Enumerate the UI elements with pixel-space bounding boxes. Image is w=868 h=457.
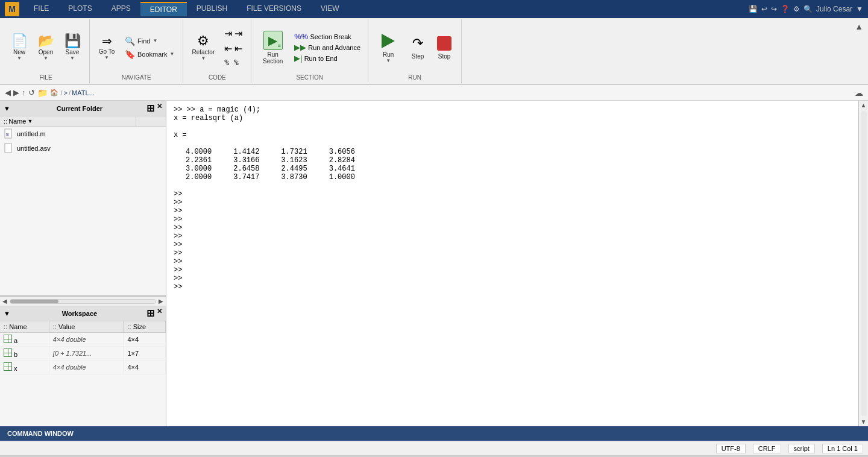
ws-col-name-header[interactable]: :: Name xyxy=(0,321,49,333)
table-row[interactable]: a 4×4 double 4×4 xyxy=(0,333,166,347)
section-break-button[interactable]: %% Section Break xyxy=(292,31,363,42)
search-icon[interactable]: 🔍 xyxy=(804,5,813,13)
svg-text:m: m xyxy=(6,132,9,137)
breadcrumb-separator: 🏠 xyxy=(50,89,58,96)
comment-button[interactable]: % % xyxy=(221,57,246,68)
nav-up-btn[interactable]: ↑ xyxy=(22,88,26,97)
nav-forward-btn[interactable]: ▶ xyxy=(13,88,19,97)
ws-col-size-header[interactable]: :: Size xyxy=(124,321,166,333)
open-button[interactable]: 📂 Open ▼ xyxy=(34,32,58,63)
nav-refresh-btn[interactable]: ↺ xyxy=(28,88,35,97)
matrix-row-2: 2.2361 3.3166 3.1623 2.8284 xyxy=(174,156,851,165)
prompt-9: >> xyxy=(174,257,182,266)
vscroll-down-btn[interactable]: ▼ xyxy=(860,417,868,426)
status-bar: UTF-8 CRLF script Ln 1 Col 1 xyxy=(0,441,868,455)
breadcrumb-home[interactable]: > xyxy=(64,89,68,96)
file-list-hscroll[interactable]: ◀ ▶ xyxy=(0,296,166,306)
address-cloud-icon[interactable]: ☁ xyxy=(855,88,863,98)
list-item[interactable]: untitled.asv ··· xyxy=(0,141,166,156)
workspace-options-icon[interactable]: ⊞ xyxy=(146,307,154,319)
table-row[interactable]: b [0 + 1.7321... 1×7 xyxy=(0,347,166,361)
tab-publish[interactable]: PUBLISH xyxy=(187,2,237,16)
cmd-code-1: >> a = magic (4); xyxy=(187,106,260,114)
encoding-status[interactable]: UTF-8 xyxy=(716,444,746,453)
user-dropdown-icon[interactable]: ▼ xyxy=(856,5,863,13)
new-dropdown-icon: ▼ xyxy=(17,55,22,61)
prompt-line-2: >> xyxy=(174,198,851,207)
prompt-line-6: >> xyxy=(174,232,851,241)
line-ending-status[interactable]: CRLF xyxy=(753,444,781,453)
tab-editor[interactable]: EDITOR xyxy=(140,2,187,16)
ribbon: 📄 New ▼ 📂 Open ▼ 💾 Save ▼ FILE xyxy=(0,18,868,85)
settings-icon[interactable]: ⚙ xyxy=(793,5,800,13)
prompt-3: >> xyxy=(174,207,182,215)
redo-icon[interactable]: ↪ xyxy=(771,5,777,13)
goto-button[interactable]: ⇒ Go To ▼ xyxy=(95,33,119,63)
file-list: m untitled.m ··· untitled.asv ··· xyxy=(0,127,166,295)
file-type-status[interactable]: script xyxy=(788,444,815,453)
right-vscroll[interactable]: ▲ ▼ xyxy=(858,101,868,426)
prompt-line-12: >> xyxy=(174,283,851,291)
current-folder-close-icon[interactable]: ✕ xyxy=(157,102,162,114)
tab-apps[interactable]: APPS xyxy=(102,2,140,16)
prompt-5: >> xyxy=(174,224,182,232)
bookmark-button[interactable]: 🔖 Bookmark ▼ xyxy=(121,48,178,60)
cmd-prompt-1: >> xyxy=(174,106,182,114)
indent-inc2-icon: ⇥ xyxy=(234,28,242,39)
hscroll-left-icon[interactable]: ◀ xyxy=(2,298,7,304)
find-button[interactable]: 🔍 Find ▼ xyxy=(121,35,178,47)
code-group-label: CODE xyxy=(209,73,226,81)
file-name-col-label: Name xyxy=(8,118,26,125)
nav-back-btn[interactable]: ◀ xyxy=(5,88,11,97)
stop-button[interactable]: Stop xyxy=(432,33,456,62)
ws-col-size-label: Size xyxy=(133,323,146,330)
refactor-button[interactable]: ⚙ Refactor ▼ xyxy=(188,32,218,63)
tab-view[interactable]: VIEW xyxy=(311,2,349,16)
ws-col-value-header[interactable]: :: Value xyxy=(49,321,124,333)
ws-var-a-name: a xyxy=(0,333,49,347)
hscroll-thumb xyxy=(10,300,58,303)
cursor-position-status[interactable]: Ln 1 Col 1 xyxy=(822,444,863,453)
run-and-advance-button[interactable]: ▶▶ Run and Advance xyxy=(292,42,363,52)
tab-plots[interactable]: PLOTS xyxy=(58,2,101,16)
stop-icon xyxy=(437,36,451,51)
current-folder-collapse-icon[interactable]: ▼ xyxy=(4,105,10,112)
save-label: Save xyxy=(66,49,80,55)
goto-label: Go To xyxy=(99,48,115,55)
vscroll-up-btn[interactable]: ▲ xyxy=(860,101,868,110)
svg-rect-2 xyxy=(5,143,11,153)
run-section-play-icon: ▶ xyxy=(268,33,277,48)
ribbon-collapse-btn[interactable]: ▲ xyxy=(852,19,866,83)
open-dropdown-icon: ▼ xyxy=(43,55,48,61)
hscroll-right-icon[interactable]: ▶ xyxy=(159,298,163,304)
undo-icon[interactable]: ↩ xyxy=(761,5,767,13)
username: Julio Cesar xyxy=(816,5,852,13)
command-window[interactable]: >> >> a = magic (4); x = realsqrt (a) x … xyxy=(166,101,858,426)
run-section-button[interactable]: ▶ ≡ RunSection xyxy=(256,28,289,67)
workspace-collapse-icon[interactable]: ▼ xyxy=(4,310,10,317)
save-quick-icon[interactable]: 💾 xyxy=(749,5,758,13)
save-button[interactable]: 💾 Save ▼ xyxy=(60,32,84,63)
tab-home[interactable]: FILE xyxy=(24,2,58,16)
help-icon[interactable]: ❓ xyxy=(781,5,790,13)
ribbon-spacer xyxy=(462,19,852,83)
current-folder-options-icon[interactable]: ⊞ xyxy=(146,102,154,114)
indent-dec2-icon: ⇤ xyxy=(234,43,242,54)
file-name-col-header[interactable]: :: Name ▼ xyxy=(0,116,136,126)
workspace-close-icon[interactable]: ✕ xyxy=(157,307,162,319)
prompt-10: >> xyxy=(174,266,182,274)
indent-dec-button[interactable]: ⇤ ⇤ xyxy=(221,42,246,55)
indent-inc-button[interactable]: ⇥ ⇥ xyxy=(221,27,246,40)
run-button[interactable]: Run ▼ xyxy=(373,30,403,66)
list-item[interactable]: m untitled.m ··· xyxy=(0,127,166,141)
new-button[interactable]: 📄 New ▼ xyxy=(7,32,31,63)
step-button[interactable]: ↷ Step xyxy=(406,33,430,62)
run-to-end-button[interactable]: ▶| Run to End xyxy=(292,53,363,63)
ws-var-x-value: 4×4 double xyxy=(49,361,124,374)
breadcrumb-matl[interactable]: MATL... xyxy=(72,89,95,96)
table-row[interactable]: x 4×4 double 4×4 xyxy=(0,361,166,374)
ws-var-x-name: x xyxy=(0,361,49,374)
tab-file-versions[interactable]: FILE VERSIONS xyxy=(237,2,311,16)
current-folder-tools: ⊞ ✕ xyxy=(146,102,162,114)
ws-var-x-size: 4×4 xyxy=(124,361,166,374)
